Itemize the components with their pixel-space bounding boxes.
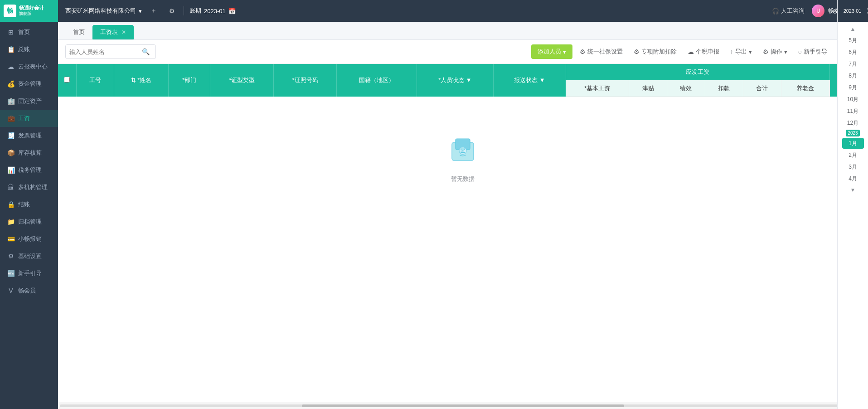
scrollbar-track[interactable]: [60, 404, 866, 407]
operation-dropdown-icon: ▾: [784, 49, 787, 55]
sidebar-item-guide[interactable]: 🆕新手引导: [0, 265, 58, 282]
date-panel: ✕ 2023.01 ⛶ ▲ 5月 6月 7月 8月 9月 10月 11月 12月…: [837, 0, 868, 409]
main-wrapper: 西安矿米网络科技有限公司 ▾ ＋ ⚙ 账期 2023-01 📅 🎧 人工咨询 U…: [58, 0, 868, 409]
sidebar-logo: 畅 畅通好会计 旗舰版: [0, 0, 58, 22]
nav-icon-fund: 💰: [7, 80, 15, 88]
nav-icon-inventory: 📦: [7, 149, 15, 156]
nav-icon-salary: 💼: [7, 115, 15, 122]
search-input[interactable]: [69, 49, 142, 55]
sidebar-item-settings[interactable]: ⚙基础设置: [0, 248, 58, 265]
search-box[interactable]: 🔍: [65, 44, 156, 59]
sidebar-item-member[interactable]: V畅会员: [0, 282, 58, 299]
logo-text: 畅通好会计 旗舰版: [19, 5, 44, 17]
sidebar-item-archive[interactable]: 📁归档管理: [0, 213, 58, 230]
sidebar-item-expense[interactable]: 💳小畅报销: [0, 230, 58, 248]
sidebar-nav: ⊞首页📋总账☁云报表中心💰资金管理🏢固定资产💼工资🧾发票管理📦库存核算📊税务管理…: [0, 22, 58, 409]
tabbar: 首页 工资表 ✕: [58, 22, 868, 40]
guide-icon: ○: [798, 48, 802, 55]
svg-point-6: [461, 146, 465, 150]
year-badge: 2023: [846, 130, 859, 136]
col-status: *人员状态 ▼: [417, 64, 494, 97]
tab-home[interactable]: 首页: [65, 25, 92, 39]
user-avatar: U: [812, 5, 824, 17]
add-company-btn[interactable]: ＋: [147, 5, 160, 17]
sub-col-deduction: 扣款: [705, 80, 743, 97]
nav-label-salary: 工资: [18, 114, 30, 122]
sidebar-item-home[interactable]: ⊞首页: [0, 24, 58, 41]
sidebar-item-inventory[interactable]: 📦库存核算: [0, 144, 58, 161]
calendar-icon[interactable]: 📅: [228, 8, 236, 15]
settings-icon[interactable]: ⚙: [165, 5, 178, 17]
sidebar-item-fixed-assets[interactable]: 🏢固定资产: [0, 93, 58, 110]
nav-icon-home: ⊞: [7, 29, 15, 36]
date-month-list: ▲ 5月 6月 7月 8月 9月 10月 11月 12月 2023 1月 2月 …: [838, 22, 868, 409]
empty-state: 暂无数据: [58, 97, 868, 219]
sidebar-item-multi-org[interactable]: 🏛多机构管理: [0, 179, 58, 196]
filter-icon[interactable]: ▼: [466, 77, 472, 83]
col-id-type: *证型类型: [210, 64, 273, 97]
sidebar-item-closing[interactable]: 🔒结账: [0, 196, 58, 213]
sidebar-item-cloud-report[interactable]: ☁云报表中心: [0, 58, 58, 75]
company-selector[interactable]: 西安矿米网络科技有限公司 ▾: [65, 7, 142, 15]
sidebar-item-tax[interactable]: 📊税务管理: [0, 161, 58, 179]
month-4[interactable]: 4月: [842, 173, 864, 184]
month-8[interactable]: 8月: [842, 70, 864, 81]
logo-icon: 畅: [4, 5, 16, 17]
tax-icon: ☁: [688, 48, 694, 55]
nav-icon-closing: 🔒: [7, 201, 15, 208]
month-5[interactable]: 5月: [842, 35, 864, 46]
empty-row: 暂无数据: [58, 97, 868, 219]
tax-declaration-btn[interactable]: ☁ 个税申报: [684, 44, 723, 59]
add-dropdown-icon: ▾: [563, 49, 566, 55]
export-btn[interactable]: ↑ 导出 ▾: [727, 44, 756, 59]
company-dropdown-icon[interactable]: ▾: [139, 8, 142, 15]
filter-icon2[interactable]: ▼: [539, 77, 545, 83]
scrollbar-thumb[interactable]: [302, 404, 625, 407]
nav-label-home: 首页: [18, 28, 30, 36]
month-3[interactable]: 3月: [842, 161, 864, 172]
month-1-active[interactable]: 1月: [842, 138, 864, 149]
month-11[interactable]: 11月: [842, 106, 864, 117]
month-2[interactable]: 2月: [842, 150, 864, 161]
month-7[interactable]: 7月: [842, 58, 864, 69]
period-value: 2023-01: [204, 8, 226, 15]
period-info: 账期 2023-01 📅: [189, 7, 236, 15]
col-nationality: 国籍（地区）: [337, 64, 417, 97]
sidebar-item-invoice[interactable]: 🧾发票管理: [0, 127, 58, 144]
sub-col-pension: 养老金: [781, 80, 829, 97]
panel-close-btn[interactable]: ✕: [831, 7, 840, 15]
operation-btn[interactable]: ⚙ 操作 ▾: [759, 44, 791, 59]
nav-label-member: 畅会员: [18, 287, 36, 295]
tab-salary-table[interactable]: 工资表 ✕: [92, 25, 134, 39]
social-security-btn[interactable]: ⚙ 统一社保设置: [576, 44, 626, 59]
nav-icon-expense: 💳: [7, 235, 15, 243]
sidebar-item-fund[interactable]: 💰资金管理: [0, 75, 58, 93]
divider: [184, 6, 184, 15]
sub-col-total: 合计: [743, 80, 781, 97]
guide-btn[interactable]: ○ 新手引导: [795, 44, 831, 59]
salary-table: 工号 ⇅ *姓名 *部门 *证型类型 *证照号码 国籍（地区） *人员状态: [58, 64, 868, 219]
tab-close-icon[interactable]: ✕: [121, 29, 126, 35]
special-deduction-btn[interactable]: ⚙ 专项附加扣除: [630, 44, 680, 59]
sidebar-item-ledger[interactable]: 📋总账: [0, 41, 58, 58]
month-10[interactable]: 10月: [842, 94, 864, 105]
empty-icon: [445, 133, 481, 170]
sub-col-allowance: 津贴: [629, 80, 667, 97]
nav-label-fund: 资金管理: [18, 80, 42, 88]
toolbar: 🔍 添加人员 ▾ ⚙ 统一社保设置 ⚙ 专项附加扣除: [58, 40, 868, 64]
panel-expand-btn[interactable]: ⛶: [865, 7, 868, 15]
add-person-btn[interactable]: 添加人员 ▾: [531, 44, 572, 59]
support-btn[interactable]: 🎧 人工咨询: [772, 7, 805, 15]
month-12[interactable]: 12月: [842, 117, 864, 128]
month-6[interactable]: 6月: [842, 47, 864, 58]
company-name: 西安矿米网络科技有限公司: [65, 7, 136, 15]
nav-icon-invoice: 🧾: [7, 132, 15, 139]
sidebar-item-salary[interactable]: 💼工资: [0, 110, 58, 127]
date-prev-btn[interactable]: ▲: [848, 24, 858, 34]
date-next-btn[interactable]: ▼: [848, 185, 858, 195]
month-9[interactable]: 9月: [842, 82, 864, 93]
select-all-checkbox[interactable]: [64, 77, 70, 83]
search-icon: 🔍: [142, 48, 150, 55]
empty-text: 暂无数据: [451, 175, 475, 183]
nav-icon-fixed-assets: 🏢: [7, 97, 15, 105]
